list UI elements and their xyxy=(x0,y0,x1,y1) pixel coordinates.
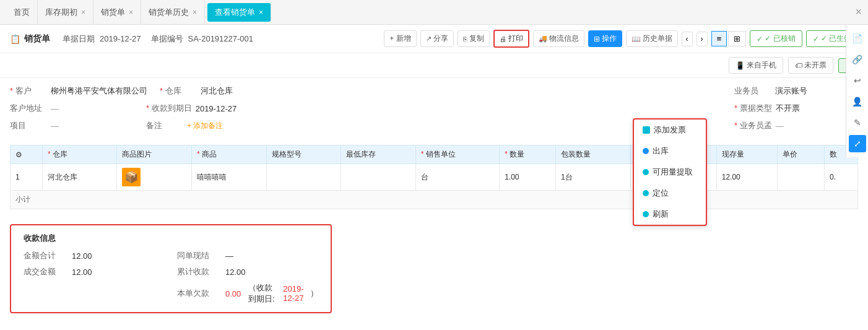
copy-button[interactable]: ⎘ 复制 xyxy=(458,30,490,47)
customer-field: 客户 柳州粤港平安气体有限公司 xyxy=(10,85,147,97)
sidebar-expand-icon[interactable]: ⤢ xyxy=(849,135,866,152)
payment-date-field: 收款到期日 2019-12-27 xyxy=(146,103,270,114)
gear-icon: ⚙ xyxy=(15,150,22,159)
grid-view-button[interactable]: ⊞ xyxy=(728,31,746,46)
print-button[interactable]: 🖨 打印 xyxy=(493,30,529,48)
logistics-button[interactable]: 🚚 物流信息 xyxy=(533,30,584,47)
form-row-2: 客户地址 — 收款到期日 2019-12-27 票据类型 不开票 xyxy=(10,103,858,114)
add-remark-button[interactable]: + 添加备注 xyxy=(187,121,223,131)
due-date: 2019-12-27 xyxy=(283,284,305,303)
outbound-icon xyxy=(643,148,649,154)
share-button[interactable]: ↗ 分享 xyxy=(420,30,454,47)
salesperson-label: 业务员孟 xyxy=(734,120,772,131)
tab-view-sales[interactable]: 查看销货单 × xyxy=(207,3,271,22)
row-spec xyxy=(266,164,341,191)
doc-actions: + 新增 ↗ 分享 ⎘ 复制 🖨 打印 🚚 物流信息 ⊞ 操作 xyxy=(384,30,858,48)
tab-close-history[interactable]: × xyxy=(193,8,197,17)
customer-label: 客户 xyxy=(10,85,47,97)
check2-icon: ✓ xyxy=(813,35,819,43)
col-img: 商品图片 xyxy=(117,145,192,164)
tab-inventory[interactable]: 库存期初 × xyxy=(38,0,93,24)
sidebar-refresh-icon[interactable]: ↩ xyxy=(849,72,866,89)
copy-icon: ⎘ xyxy=(463,35,467,43)
not-open-button[interactable]: 🏷 未开票 xyxy=(788,57,833,74)
table-header-row: ⚙ 仓库 商品图片 商品 规格型号 最低库存 销售单位 数量 包装数量 可用量（… xyxy=(11,145,858,164)
project-field: 项目 — xyxy=(10,120,134,131)
due-label: 本单欠款 xyxy=(177,288,220,299)
tab-home[interactable]: 首页 xyxy=(6,0,38,24)
sidebar-edit-icon[interactable]: ✎ xyxy=(849,114,866,131)
product-img-icon: 📦 xyxy=(124,170,138,184)
row-unit: 台 xyxy=(415,164,499,191)
history-icon: 📖 xyxy=(631,35,641,43)
customer-value: 柳州粤港平安气体有限公司 xyxy=(51,85,147,97)
ops-icon: ⊞ xyxy=(594,35,600,43)
payment-grid: 金额合计 12.00 同单现结 — 成交金额 12.00 累计收款 12.00 … xyxy=(24,250,318,305)
col-stock: 现存量 xyxy=(716,145,777,164)
row-pack: 1台 xyxy=(556,164,631,191)
col-price: 单价 xyxy=(778,145,825,164)
remark-label: 备注 xyxy=(146,120,183,131)
address-field: 客户地址 — xyxy=(10,103,134,114)
form-row-3: 项目 — 备注 + 添加备注 业务员孟 — xyxy=(10,120,858,131)
tab-sales[interactable]: 销货单 × xyxy=(93,0,141,24)
history-button[interactable]: 📖 历史单据 xyxy=(626,30,678,47)
new-button[interactable]: + 新增 xyxy=(384,30,416,47)
from-phone-button[interactable]: 📱 来自手机 xyxy=(729,57,783,74)
toolbar-row: 📱 来自手机 🏷 未开票 ✓ xyxy=(0,53,868,78)
next-button[interactable]: › xyxy=(697,32,708,46)
same-order-value: — xyxy=(225,251,233,261)
window-close-button[interactable]: × xyxy=(855,6,862,19)
col-minstock: 最低库存 xyxy=(341,145,416,164)
date-label: 单据日期 2019-12-27 xyxy=(63,33,141,45)
locate-icon xyxy=(643,190,649,196)
tab-history[interactable]: 销货单历史 × xyxy=(141,0,205,24)
doc-icon: 📋 xyxy=(10,34,20,44)
col-qty: 数量 xyxy=(500,145,556,164)
salesperson-value: — xyxy=(776,121,784,131)
product-table: ⚙ 仓库 商品图片 商品 规格型号 最低库存 销售单位 数量 包装数量 可用量（… xyxy=(10,145,858,209)
tab-close-view[interactable]: × xyxy=(259,8,263,17)
subtotal-label: 小计 xyxy=(11,191,858,209)
refresh-item[interactable]: 刷新 xyxy=(634,204,706,225)
payment-title: 收款信息 xyxy=(24,233,318,244)
staff-label: 业务员 xyxy=(734,85,771,97)
sidebar-user-icon[interactable]: 👤 xyxy=(849,93,866,110)
doc-title: 销货单 xyxy=(24,33,50,45)
available-icon xyxy=(643,169,649,175)
cumulative-value: 12.00 xyxy=(225,267,246,277)
logistics-icon: 🚚 xyxy=(539,35,547,43)
cumulative-label: 累计收款 xyxy=(177,266,220,277)
staff-value: 演示账号 xyxy=(775,85,807,97)
sidebar-doc-icon[interactable]: 📄 xyxy=(849,30,866,47)
address-value: — xyxy=(51,104,59,113)
transaction-row: 成交金额 12.00 xyxy=(24,266,165,277)
locate-item[interactable]: 定位 xyxy=(634,183,706,204)
form-row-1: 客户 柳州粤港平安气体有限公司 仓库 河北仓库 业务员 演示账号 xyxy=(10,85,858,97)
row-img: 📦 xyxy=(117,164,192,191)
amount-total-label: 金额合计 xyxy=(24,250,67,261)
refresh-icon xyxy=(643,211,649,217)
project-value: — xyxy=(51,121,59,131)
table-row: 1 河北仓库 📦 嘻嘻嘻嘻 台 1.00 1台 12.00 xyxy=(11,164,858,191)
col-product: 商品 xyxy=(192,145,267,164)
available-qty-item[interactable]: 可用量提取 xyxy=(634,162,706,183)
invoice-icon xyxy=(643,126,650,134)
tab-close-sales[interactable]: × xyxy=(129,8,133,17)
row-minstock xyxy=(341,164,416,191)
col-spec: 规格型号 xyxy=(266,145,341,164)
list-view-button[interactable]: ≡ xyxy=(711,31,727,46)
prev-button[interactable]: ‹ xyxy=(682,32,693,46)
ticket-label: 票据类型 xyxy=(734,103,772,114)
ops-button[interactable]: ⊞ 操作 xyxy=(588,30,622,47)
col-gear: ⚙ xyxy=(11,145,43,164)
form-section: 客户 柳州粤港平安气体有限公司 仓库 河北仓库 业务员 演示账号 客户地址 — … xyxy=(0,78,868,145)
sold-status-button[interactable]: ✓ ✓ 已核销 xyxy=(750,30,802,47)
amount-total-value: 12.00 xyxy=(72,251,92,261)
add-invoice-item[interactable]: 添加发票 xyxy=(634,119,706,141)
outbound-item[interactable]: 出库 xyxy=(634,141,706,162)
main-content: 📋 销货单 单据日期 2019-12-27 单据编号 SA-20191227-0… xyxy=(0,25,868,330)
tab-close-inventory[interactable]: × xyxy=(81,8,85,17)
staff-field: 业务员 演示账号 xyxy=(734,85,858,97)
sidebar-link-icon[interactable]: 🔗 xyxy=(849,51,866,68)
